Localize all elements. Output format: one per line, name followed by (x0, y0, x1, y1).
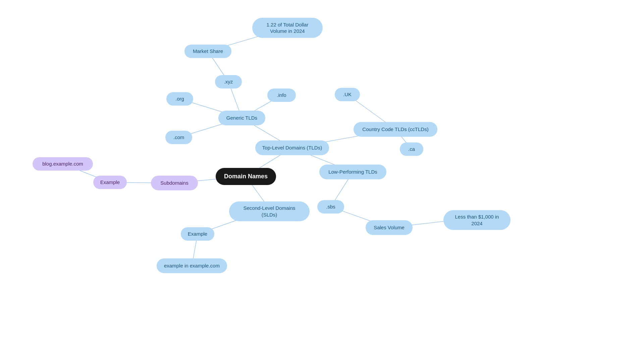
node-top_level[interactable]: Top-Level Domains (TLDs) (255, 140, 329, 155)
node-xyz[interactable]: .xyz (215, 75, 242, 88)
node-domain_names[interactable]: Domain Names (216, 168, 276, 185)
node-sbs[interactable]: .sbs (317, 200, 344, 214)
node-country_code[interactable]: Country Code TLDs (ccTLDs) (354, 122, 437, 137)
node-example_sld[interactable]: Example (181, 227, 214, 241)
node-example_sub[interactable]: Example (93, 176, 127, 189)
node-low_performing[interactable]: Low-Performing TLDs (319, 165, 386, 179)
node-com[interactable]: .com (165, 131, 192, 144)
node-total_dollar[interactable]: 1.22 of Total Dollar Volume in 2024 (252, 18, 323, 38)
node-example_in[interactable]: example in example.com (157, 258, 227, 273)
node-less_than[interactable]: Less than $1,000 in 2024 (443, 210, 511, 230)
node-ca[interactable]: .ca (400, 142, 423, 156)
node-generic_tlds[interactable]: Generic TLDs (218, 111, 265, 125)
node-second_level[interactable]: Second-Level Domains (SLDs) (229, 201, 310, 221)
node-blog_example[interactable]: blog.example.com (33, 157, 93, 171)
node-info[interactable]: .info (267, 88, 296, 102)
node-uk[interactable]: .UK (335, 88, 360, 101)
node-org[interactable]: .org (166, 92, 193, 106)
node-subdomains[interactable]: Subdomains (151, 176, 198, 190)
node-market_share[interactable]: Market Share (184, 45, 231, 58)
node-sales_volume[interactable]: Sales Volume (366, 220, 413, 235)
